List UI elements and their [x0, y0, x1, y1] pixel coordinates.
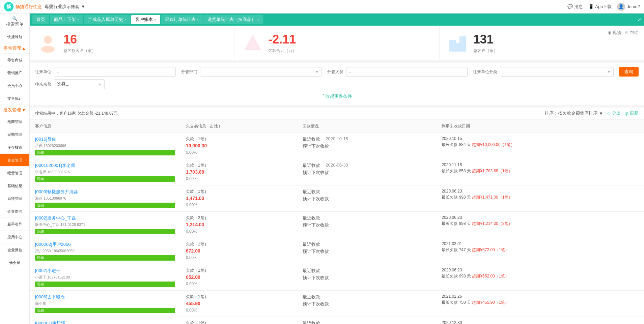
tab-product-off[interactable]: 商品上下架 × — [50, 15, 83, 24]
sidebar-item-retail-stats[interactable]: 零售统计 — [0, 92, 29, 105]
table-row: [0001020001]李老师 李老师 18600391516 现销 欠款（1笔… — [30, 159, 644, 185]
debt-amount[interactable]: 1,471.00 — [186, 196, 292, 201]
tab-bar: 首页 商品上下架 × 产成品入库单历史 × 客户账本 × 采购订单统计表 × 进… — [30, 13, 644, 26]
search-button[interactable]: 查询 — [619, 67, 639, 77]
tab-close-icon[interactable]: × — [257, 18, 259, 22]
filter-source-unit: 往来单位 ··· — [35, 67, 176, 77]
debt-amount[interactable]: 672.00 — [186, 248, 292, 254]
tab-close-icon[interactable]: × — [197, 18, 199, 22]
sidebar-item-corp-wechat[interactable]: 企业微信 — [0, 243, 29, 256]
overdue-amount-link[interactable]: 超期¥1,471.00（1笔） — [472, 195, 512, 200]
sidebar-search[interactable]: 🔍 搜索菜单 — [0, 13, 29, 30]
balance-input[interactable]: 选择... ▼ — [54, 79, 105, 89]
dept-input[interactable]: ▼ — [200, 67, 322, 77]
sidebar-label: 畅会员 — [1, 260, 28, 265]
debt-info: 欠款（1笔） 429.00 0.00% — [186, 320, 292, 324]
sidebar-item-batch[interactable]: 批发管理 ▼ — [0, 105, 29, 115]
overdue-amount-link[interactable]: 超期¥10,000.00（1笔） — [472, 142, 515, 147]
customer-info: [0003]畅捷服务尹海蕊 海燕 18513066976 现销 — [35, 189, 175, 208]
cell-payback: 最近收款 预计下次收款 — [297, 212, 436, 238]
overdue-amount-link[interactable]: 超期¥652.00（1笔） — [472, 274, 509, 278]
overdue-info: 2020.12.30 最长欠款 808 天 超期¥429.00（1笔） — [442, 320, 639, 324]
payback-label: 最近收款 — [303, 241, 320, 247]
sort-selector[interactable]: 排序：按欠款金额倒序排序 ▼ — [545, 110, 603, 116]
app-download-button[interactable]: 📱 App下载 — [588, 4, 612, 10]
tab-maximize-icon[interactable]: ⤢ — [638, 17, 641, 22]
sidebar-item-new-guide[interactable]: 新手引导 — [0, 218, 29, 231]
store-selector[interactable]: 母婴行业演示账套 ▼ — [45, 4, 85, 10]
customer-name-link[interactable]: [0001020001]李老师 — [35, 163, 175, 169]
sidebar-label: 电商管理 — [1, 119, 28, 124]
customer-name-link[interactable]: [000001]黄思源 — [35, 320, 175, 324]
sidebar-item-retail-mall[interactable]: 零售商城 — [0, 54, 29, 66]
customer-name-link[interactable]: [0002]服务中心_丁磊 — [35, 215, 175, 221]
customer-name-link[interactable]: [0007]小进干 — [35, 268, 175, 274]
debt-amount[interactable]: 652.00 — [186, 274, 292, 280]
overdue-amount-link[interactable]: 超期¥672.00（1笔） — [472, 247, 509, 252]
logo-text: 畅捷通好生意 — [16, 4, 42, 10]
debt-amount[interactable]: 10,000.00 — [186, 143, 292, 148]
unit-class-input[interactable]: ▼ — [500, 67, 614, 77]
sidebar-item-enterprise[interactable]: 企业协同 — [0, 205, 29, 218]
tab-close-icon[interactable]: × — [124, 18, 127, 22]
tab-home[interactable]: 首页 — [32, 15, 49, 24]
customer-name-link[interactable]: [0016]吕俊 — [35, 136, 175, 142]
overdue-amount-link[interactable]: 超期¥1,214.00（3笔） — [472, 221, 512, 226]
sidebar-item-operations[interactable]: 经营管理 — [0, 167, 29, 179]
debt-amount[interactable]: 455.90 — [186, 301, 292, 306]
message-button[interactable]: 💬 消息 — [567, 4, 583, 10]
stat-icon-total — [448, 33, 468, 53]
sidebar-label-batch: 批发管理 — [3, 107, 21, 113]
sidebar-label: 资金管理 — [1, 158, 28, 163]
payback-next: 预计下次收款 — [303, 222, 431, 228]
customer-name-link[interactable]: [0003]畅捷服务尹海蕊 — [35, 189, 175, 195]
tab-purchase-stats[interactable]: 进货单统计表（按商品） × — [203, 15, 263, 24]
customer-name-link[interactable]: [000002]用户2050 — [35, 241, 175, 247]
cell-debt: 欠款（1笔） 652.00 0.00% — [180, 264, 297, 291]
sidebar-item-capital[interactable]: 资金管理 — [0, 154, 29, 167]
collapse-label: 收起更多条件 — [326, 93, 352, 99]
overdue-date: 2020.06.23 — [442, 215, 639, 220]
tab-customer-account[interactable]: 客户账本 × — [131, 15, 160, 24]
tab-close-icon[interactable]: × — [154, 18, 156, 22]
sidebar-label: 采购管理 — [1, 132, 28, 137]
cell-overdue: 2020.06.23 最长欠款 998 天 超期¥652.00（1笔） — [436, 264, 644, 291]
video-button[interactable]: ◉ 视频 — [608, 30, 621, 36]
sidebar-item-marketing[interactable]: 营销推广 — [0, 66, 29, 79]
sidebar-item-inventory[interactable]: 库存核算 — [0, 141, 29, 154]
debt-amount[interactable]: 1,214.00 — [186, 222, 292, 227]
customer-name-link[interactable]: [0006]丢下粮仓 — [35, 294, 175, 300]
payback-info: 最近收款 2020-10-15 预计下次收款 — [303, 136, 431, 149]
sidebar-item-ecommerce[interactable]: 电商管理 — [0, 115, 29, 128]
help-button[interactable]: ⊙ 帮助 — [625, 30, 639, 36]
user-menu[interactable]: 👤 demo2 — [617, 3, 640, 11]
sidebar-item-member[interactable]: 会员中心 — [0, 79, 29, 92]
debt-amount[interactable]: 1,703.68 — [186, 169, 292, 175]
cell-customer: [0001020001]李老师 李老师 18600391516 现销 — [30, 159, 180, 185]
sidebar-item-app-center[interactable]: 应用中心 — [0, 231, 29, 243]
person-placeholder: ··· — [349, 69, 353, 75]
payback-latest: 最近收款 2020-06-30 — [303, 163, 431, 169]
logo-area: 畅 畅捷通好生意 — [4, 2, 42, 11]
overdue-amount-link[interactable]: 超期¥455.90（1笔） — [472, 300, 509, 305]
refresh-button[interactable]: ◎ 刷新 — [625, 110, 639, 116]
tab-minimize-icon[interactable]: — — [631, 17, 635, 22]
debt-label: 欠款（1笔） — [186, 294, 292, 300]
sidebar-item-basic-info[interactable]: 基础信息 — [0, 179, 29, 192]
cell-customer: [0007]小进干 小进干 18279152100 现销 — [30, 264, 180, 291]
sidebar-item-member-plus[interactable]: 畅会员 — [0, 256, 29, 269]
tab-production-history[interactable]: 产成品入库单历史 × — [84, 15, 131, 24]
source-unit-input[interactable]: ··· — [54, 67, 176, 77]
person-input[interactable]: ··· — [346, 67, 468, 77]
sidebar-item-retail-mgmt[interactable]: 零售管理 ▲ — [0, 43, 29, 54]
filter-collapse-button[interactable]: ⌃ 收起更多条件 — [35, 92, 639, 101]
stat-number-debt: -2.11 — [268, 32, 297, 47]
tab-close-icon[interactable]: × — [77, 18, 79, 22]
tab-purchase-order[interactable]: 采购订单统计表 × — [161, 15, 203, 24]
cell-debt: 欠款（1笔） 455.90 0.00% — [180, 291, 297, 317]
overdue-amount-link[interactable]: 超期¥1,703.68（1笔） — [472, 169, 512, 173]
export-button[interactable]: ◇ 导出 — [607, 110, 621, 116]
debt-ratio: 0.00% — [186, 229, 292, 234]
sidebar-item-purchase[interactable]: 采购管理 — [0, 128, 29, 141]
sidebar-item-sys[interactable]: 系统管理 — [0, 192, 29, 205]
